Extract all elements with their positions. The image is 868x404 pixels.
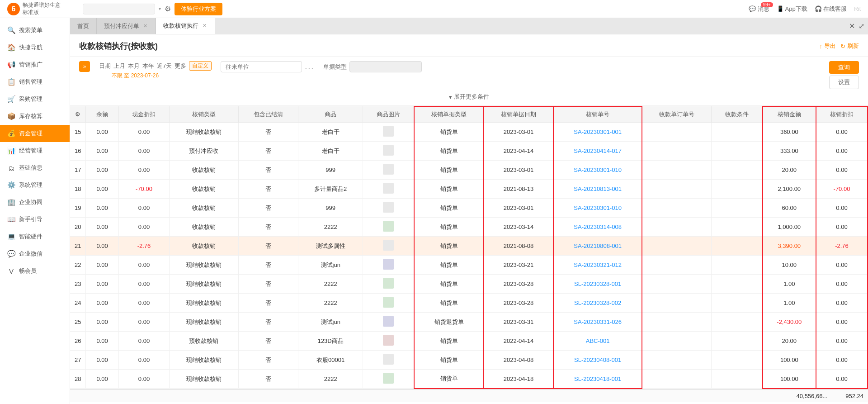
basic-icon: 🗂 xyxy=(7,164,15,172)
sidebar-item-inventory[interactable]: 📦 库存核算 xyxy=(0,108,70,125)
col-writeoff-doc-type: 核销单据类型 xyxy=(414,106,484,123)
tab-expand-icon[interactable]: ⤢ xyxy=(859,22,864,30)
writeoff-no-link[interactable]: SL-20230328-001 xyxy=(574,280,621,287)
cell-id: 16 xyxy=(70,142,86,161)
cell-balance: 0.00 xyxy=(86,199,118,218)
expand-more-button[interactable]: ▾ 展开更多条件 xyxy=(449,93,489,101)
table-wrapper[interactable]: ⚙ 余额 现金折扣 核销类型 包含已结清 商品 商品图片 核销单据类型 核销单据… xyxy=(70,106,868,404)
cell-writeoff-no[interactable]: SA-20230331-026 xyxy=(553,313,642,332)
doc-type-select[interactable] xyxy=(349,61,422,72)
sidebar-item-marketing[interactable]: 📢 营销推广 xyxy=(0,56,70,73)
settings-icon[interactable]: ⚙ xyxy=(165,5,171,13)
this-year-btn[interactable]: 本年 xyxy=(142,62,154,70)
dropdown-arrow-icon[interactable]: ▾ xyxy=(159,6,161,11)
logo-icon: 6 xyxy=(7,3,20,15)
writeoff-no-link[interactable]: SA-20230331-026 xyxy=(574,318,622,325)
service-nav[interactable]: 🎧 在线客服 xyxy=(815,5,847,13)
writeoff-no-link[interactable]: SA-20230321-012 xyxy=(574,261,622,268)
writeoff-no-link[interactable]: SA-20230301-010 xyxy=(574,166,622,173)
cell-writeoff-discount: -70.00 xyxy=(816,180,868,199)
custom-date-btn[interactable]: 自定义 xyxy=(189,61,212,71)
writeoff-no-link[interactable]: SA-20230314-008 xyxy=(574,223,622,230)
cell-writeoff-no[interactable]: SA-20230314-008 xyxy=(553,218,642,237)
app-icon: 📱 xyxy=(777,5,784,12)
cell-writeoff-type: 现结收款核销 xyxy=(170,294,238,313)
tab-collection-close[interactable]: ✕ xyxy=(201,23,208,29)
cell-writeoff-no[interactable]: SL-20230408-001 xyxy=(553,351,642,370)
cell-writeoff-date: 2022-04-14 xyxy=(484,332,553,351)
cell-writeoff-no[interactable]: SA-20230301-010 xyxy=(553,161,642,180)
cell-writeoff-no[interactable]: SA-20230301-010 xyxy=(553,199,642,218)
tab-collection[interactable]: 收款核销执行 ✕ xyxy=(156,18,215,34)
sidebar-item-basic[interactable]: 🗂 基础信息 xyxy=(0,159,70,176)
goods-image-thumb xyxy=(383,278,394,289)
writeoff-no-link[interactable]: ABC-001 xyxy=(586,337,610,344)
cell-writeoff-no[interactable]: SA-20210808-001 xyxy=(553,237,642,256)
partner-input[interactable] xyxy=(221,61,302,72)
sidebar-item-shortcut[interactable]: 🏠 快捷导航 xyxy=(0,39,70,56)
writeoff-no-link[interactable]: SL-20230418-001 xyxy=(574,375,621,382)
more-date-btn[interactable]: 更多 xyxy=(175,62,186,70)
sidebar-item-purchase[interactable]: 🛒 采购管理 xyxy=(0,90,70,108)
filter-settings-button[interactable]: 设置 xyxy=(829,76,859,89)
cell-goods-image xyxy=(363,142,414,161)
export-button[interactable]: ↑ 导出 xyxy=(820,42,836,50)
cell-collection-cond xyxy=(711,256,762,275)
nav-arrow-button[interactable]: » xyxy=(79,61,90,72)
sidebar-item-search[interactable]: 🔍 搜索菜单 xyxy=(0,22,70,39)
app-download-nav[interactable]: 📱 App下载 xyxy=(777,5,807,13)
sidebar-item-sales[interactable]: 📋 销售管理 xyxy=(0,73,70,90)
this-month-btn[interactable]: 本月 xyxy=(128,62,140,70)
tab-close-icon[interactable]: ✕ xyxy=(849,22,855,30)
sidebar-item-hardware[interactable]: 💻 智能硬件 xyxy=(0,228,70,245)
cell-writeoff-doc-type: 销货单 xyxy=(414,256,484,275)
cell-writeoff-no[interactable]: SA-20230414-017 xyxy=(553,142,642,161)
tab-prepay[interactable]: 预付冲应付单 ✕ xyxy=(97,18,156,34)
writeoff-no-link[interactable]: SL-20230328-002 xyxy=(574,299,621,306)
tab-prepay-close[interactable]: ✕ xyxy=(142,23,148,29)
refresh-button[interactable]: ↻ 刷新 xyxy=(840,42,859,50)
sidebar-label-finance: 资金管理 xyxy=(19,129,42,138)
cell-include-settled: 否 xyxy=(238,370,298,389)
last-month-btn[interactable]: 上月 xyxy=(113,62,125,70)
cell-writeoff-no[interactable]: SL-20230328-001 xyxy=(553,275,642,294)
cell-id: 19 xyxy=(70,199,86,218)
sidebar-item-enterprise[interactable]: 🏢 企业协同 xyxy=(0,194,70,211)
sidebar-item-guide[interactable]: 📖 新手引导 xyxy=(0,211,70,228)
cell-writeoff-no[interactable]: SL-20230328-002 xyxy=(553,294,642,313)
sidebar-item-member[interactable]: V 畅会员 xyxy=(0,262,70,280)
sidebar-item-operations[interactable]: 📊 经营管理 xyxy=(0,142,70,159)
writeoff-no-link[interactable]: SL-20230408-001 xyxy=(574,356,621,363)
partner-dots[interactable]: ... xyxy=(305,62,314,71)
cell-writeoff-date: 2023-03-01 xyxy=(484,161,553,180)
goods-image-thumb xyxy=(383,354,394,365)
cell-goods-image xyxy=(363,351,414,370)
col-gear[interactable]: ⚙ xyxy=(70,106,86,123)
sidebar-item-system[interactable]: ⚙️ 系统管理 xyxy=(0,176,70,194)
writeoff-no-link[interactable]: SA-20230301-010 xyxy=(574,204,622,211)
cell-collection-order xyxy=(642,294,711,313)
table-header-row: ⚙ 余额 现金折扣 核销类型 包含已结清 商品 商品图片 核销单据类型 核销单据… xyxy=(70,106,868,123)
query-button[interactable]: 查询 xyxy=(829,61,859,74)
cell-writeoff-no[interactable]: ABC-001 xyxy=(553,332,642,351)
message-nav[interactable]: 💬 消息 99+ xyxy=(749,5,769,13)
sidebar-item-finance[interactable]: 💰 资金管理 xyxy=(0,125,70,142)
cell-writeoff-date: 2023-04-08 xyxy=(484,351,553,370)
cell-writeoff-no[interactable]: SA-20210813-001 xyxy=(553,180,642,199)
writeoff-no-link[interactable]: SA-20210813-001 xyxy=(574,185,622,192)
sidebar-label-guide: 新手引导 xyxy=(19,215,42,223)
cell-writeoff-no[interactable]: SA-20230321-012 xyxy=(553,256,642,275)
writeoff-no-link[interactable]: SA-20210808-001 xyxy=(574,242,622,249)
cell-writeoff-no[interactable]: SA-20230301-001 xyxy=(553,123,642,142)
trial-button[interactable]: 体验行业方案 xyxy=(175,3,222,15)
table-row: 19 0.00 0.00 收款核销 否 999 销货单 2023-03-01 S… xyxy=(70,199,868,218)
writeoff-no-link[interactable]: SA-20230414-017 xyxy=(574,147,622,154)
user-nav[interactable]: Rit xyxy=(854,5,861,12)
top-search-input[interactable] xyxy=(83,4,155,14)
tab-home[interactable]: 首页 xyxy=(70,18,97,34)
last-7-days-btn[interactable]: 近7天 xyxy=(157,62,172,70)
cell-writeoff-no[interactable]: SL-20230418-001 xyxy=(553,370,642,389)
writeoff-no-link[interactable]: SA-20230301-001 xyxy=(574,128,622,135)
sidebar-item-wechat[interactable]: 💬 企业微信 xyxy=(0,245,70,262)
sidebar-label-purchase: 采购管理 xyxy=(19,95,42,103)
